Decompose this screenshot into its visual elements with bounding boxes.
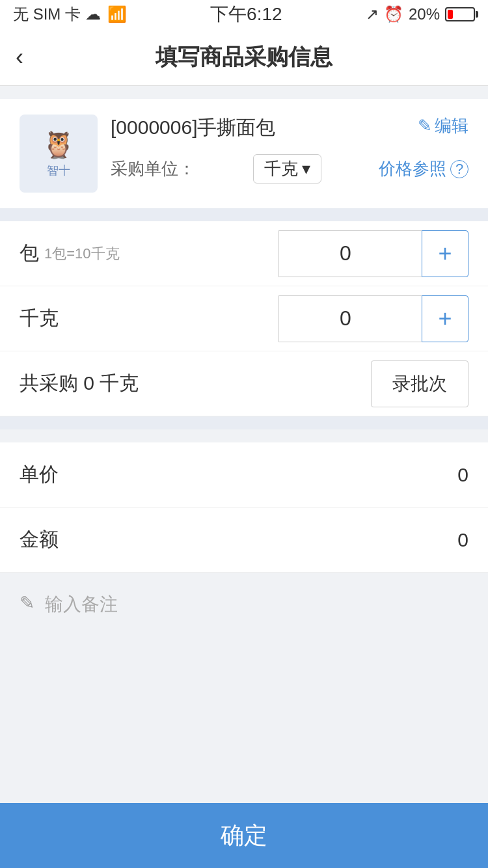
- kg-number-input[interactable]: [278, 295, 422, 342]
- kg-plus-button[interactable]: +: [422, 295, 468, 342]
- status-left: 无 SIM 卡 ☁ 📶: [13, 4, 127, 25]
- kg-label: 千克: [20, 305, 59, 332]
- section-divider-2: [0, 416, 488, 429]
- kg-input-row: 千克 +: [0, 286, 488, 351]
- unit-price-label: 单价: [20, 461, 457, 488]
- dropdown-icon: ▾: [302, 159, 310, 179]
- alarm-icon: ⏰: [384, 5, 403, 23]
- section-divider-1: [0, 208, 488, 221]
- page-title: 填写商品采购信息: [156, 42, 332, 72]
- product-name-row: [0000006]手撕面包 ✎ 编辑: [111, 115, 468, 141]
- bao-label: 包: [20, 240, 39, 267]
- amount-label: 金额: [20, 526, 457, 553]
- back-button[interactable]: ‹: [16, 44, 23, 71]
- product-info: [0000006]手撕面包 ✎ 编辑 采购单位： 千克 ▾ 价格参照 ?: [111, 115, 468, 183]
- bao-number-input[interactable]: [278, 230, 422, 277]
- product-name: [0000006]手撕面包: [111, 115, 418, 141]
- unit-price-row: 单价 0: [0, 442, 488, 508]
- product-card: 🦉 智十 [0000006]手撕面包 ✎ 编辑 采购单位： 千克 ▾ 价格参照 …: [0, 99, 488, 208]
- batch-button[interactable]: 录批次: [371, 360, 468, 407]
- confirm-button[interactable]: 确定: [0, 803, 488, 868]
- battery-percent: 20%: [409, 5, 440, 23]
- price-ref-help-icon: ?: [450, 160, 468, 178]
- edit-icon: ✎: [418, 116, 432, 136]
- unit-dropdown[interactable]: 千克 ▾: [253, 154, 321, 183]
- product-thumbnail: 🦉 智十: [20, 115, 98, 193]
- location-icon: ↗: [366, 5, 379, 23]
- product-unit-row: 采购单位： 千克 ▾ 价格参照 ?: [111, 154, 468, 183]
- unit-price-value: 0: [457, 464, 468, 486]
- nav-bar: ‹ 填写商品采购信息: [0, 29, 488, 86]
- amount-row: 金额 0: [0, 508, 488, 573]
- bao-plus-button[interactable]: +: [422, 230, 468, 277]
- remark-section[interactable]: ✎ 输入备注: [0, 573, 488, 651]
- wifi-icon: 📶: [107, 5, 127, 23]
- unit-value: 千克: [264, 157, 298, 180]
- remark-icon: ✎: [20, 592, 34, 614]
- bao-sub-label: 1包=10千克: [44, 244, 278, 264]
- battery-icon: [445, 7, 475, 21]
- summary-text: 共采购 0 千克: [20, 370, 371, 397]
- bao-input-section: 包 1包=10千克 + 千克 +: [0, 221, 488, 351]
- price-section: 单价 0 金额 0: [0, 442, 488, 573]
- edit-label: 编辑: [435, 115, 468, 137]
- price-reference-button[interactable]: 价格参照 ?: [379, 157, 468, 180]
- bao-input-row: 包 1包=10千克 +: [0, 221, 488, 286]
- sim-label: 无 SIM 卡 ☁: [13, 4, 101, 25]
- summary-row: 共采购 0 千克 录批次: [0, 351, 488, 416]
- product-owl-icon: 🦉: [42, 129, 75, 160]
- unit-label: 采购单位：: [111, 157, 195, 180]
- bao-input-control: +: [278, 230, 468, 277]
- status-bar: 无 SIM 卡 ☁ 📶 下午6:12 ↗ ⏰ 20%: [0, 0, 488, 29]
- status-right: ↗ ⏰ 20%: [366, 5, 475, 23]
- edit-button[interactable]: ✎ 编辑: [418, 115, 468, 137]
- status-time: 下午6:12: [210, 2, 282, 27]
- product-thumb-label: 智十: [47, 163, 70, 178]
- remark-placeholder: 输入备注: [45, 592, 118, 617]
- amount-value: 0: [457, 529, 468, 551]
- kg-input-control: +: [278, 295, 468, 342]
- price-ref-label: 价格参照: [379, 157, 446, 180]
